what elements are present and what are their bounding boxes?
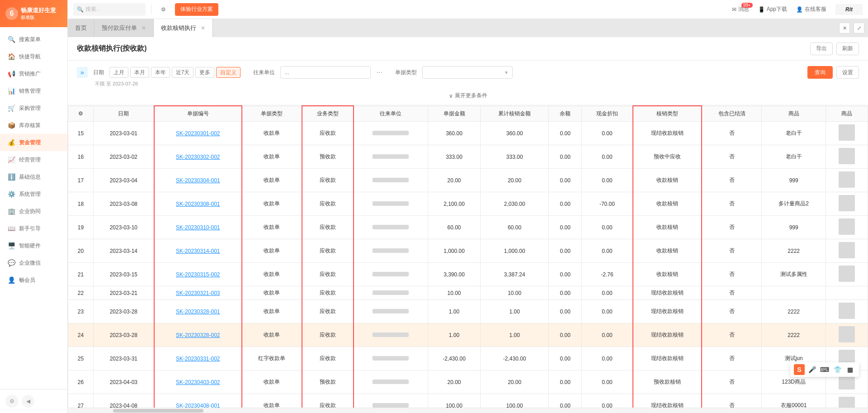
shirt-icon[interactable]: 👕 [832,364,843,375]
bill-no-link[interactable]: SK-20230403-002 [176,379,220,385]
bill-no-link[interactable]: SK-20230408-001 [176,403,220,408]
page-header-actions: 导出 刷新 [810,43,859,55]
cell-bill-no: SK-20230315-002 [154,263,242,286]
refresh-btn[interactable]: 刷新 [836,43,859,55]
message-action[interactable]: ✉ 消息 99+ [732,5,749,13]
sidebar-item-wechat[interactable]: 💬企业微信 [0,254,67,271]
cell-goods2 [826,239,868,263]
col-cash-discount: 现金折扣 [582,106,633,122]
cell-balance: 0.00 [549,370,582,394]
cell-bill-type: 收款单 [242,300,302,323]
col-settings[interactable]: ⚙ [68,106,94,122]
cell-verify-type: 现结收款核销 [633,347,702,370]
cell-bill-type: 收款单 [242,239,302,263]
partner-more-btn[interactable]: ··· [376,68,382,76]
export-btn[interactable]: 导出 [810,43,833,55]
tab-prepay[interactable]: 预付款应付单 ✕ [94,19,154,37]
bill-no-link[interactable]: SK-20230328-002 [176,332,220,338]
win-close-btn[interactable]: ✕ [839,23,850,33]
cell-bill-type: 收款单 [242,216,302,239]
date-btn-7days[interactable]: 近7天 [172,67,194,78]
search-placeholder: 搜索... [85,5,101,13]
partner-input[interactable] [280,66,371,79]
tab-collect-close[interactable]: ✕ [201,25,205,31]
bill-no-link[interactable]: SK-20230328-001 [176,309,220,315]
cell-cash-discount: 0.00 [582,323,633,347]
bill-no-link[interactable]: SK-20230331-002 [176,356,220,362]
sidebar-item-hardware[interactable]: 🖥️智能硬件 [0,237,67,254]
cell-verify-type: 现结收款核销 [633,122,702,145]
sidebar-item-operations[interactable]: 📈经营管理 [0,151,67,168]
app-action[interactable]: 📱 App下载 [758,5,787,13]
top-search-box[interactable]: 🔍 搜索... [73,3,146,16]
cell-cum-amount: 20.00 [481,169,549,192]
cell-partner [354,370,428,394]
collapse-icon[interactable]: ◀ [22,395,34,408]
query-btn[interactable]: 查询 [807,66,833,79]
tab-home-label: 首页 [75,24,87,32]
col-date: 日期 [93,106,154,122]
cell-cash-discount: 0.00 [582,169,633,192]
cell-biz-type: 应收款 [302,122,354,145]
sidebar-item-member[interactable]: 👤畅会员 [0,271,67,289]
sidebar-item-label-wechat: 企业微信 [19,259,41,267]
sidebar-item-finance[interactable]: 💰资金管理 [0,134,67,151]
sidebar-item-sales[interactable]: 📊销售管理 [0,82,67,100]
mic-icon[interactable]: 🎤 [807,364,817,375]
sidebar-item-system[interactable]: ⚙️系统管理 [0,185,67,203]
settings-btn[interactable]: 设置 [836,66,859,79]
date-btn-this-year[interactable]: 本年 [151,67,170,78]
sidebar-item-basic[interactable]: ℹ️基础信息 [0,168,67,185]
main-area: 🔍 搜索... ⚙ 体验行业方案 ✉ 消息 99+ 📱 App下载 👤 在线客服… [68,0,868,413]
keyboard-icon[interactable]: ⌨ [819,364,830,375]
bill-no-link[interactable]: SK-20230302-002 [176,154,220,160]
sidebar-item-marketing[interactable]: 📢营销推广 [0,65,67,82]
bill-type-select[interactable]: ▼ [422,66,513,79]
date-btns: 上月 本月 本年 近7天 更多 自定义 [109,67,241,78]
sidebar-item-guide[interactable]: 📖新手引导 [0,220,67,237]
bill-no-link[interactable]: SK-20230314-001 [176,248,220,254]
sougou-icon[interactable]: S [794,364,805,375]
cell-biz-type: 应收款 [302,323,354,347]
bill-no-link[interactable]: SK-20230321-003 [176,290,220,296]
industry-btn[interactable]: 体验行业方案 [175,3,218,16]
date-btn-custom[interactable]: 自定义 [216,67,241,78]
tab-prepay-close[interactable]: ✕ [142,25,146,31]
tab-home[interactable]: 首页 [68,19,94,37]
date-btn-more[interactable]: 更多 [195,67,214,78]
date-btn-last-month[interactable]: 上月 [109,67,128,78]
table-row: 27 2023-04-08 SK-20230408-001 收款单 应收款 10… [68,394,868,408]
tab-collect-label: 收款核销执行 [161,24,196,32]
settings-icon[interactable]: ⚙ [5,395,18,408]
service-action[interactable]: 👤 在线客服 [796,5,826,13]
bill-no-link[interactable]: SK-20230301-002 [176,130,220,137]
sidebar-item-corp[interactable]: 🏢企业协同 [0,203,67,220]
win-maximize-btn[interactable]: ⤢ [854,23,864,33]
cell-amount: 2,100.00 [428,192,480,216]
cell-goods1 [762,286,826,300]
partner-label: 往来单位 [253,69,275,76]
gear-icon[interactable]: ⚙ [157,3,170,16]
sidebar-item-purchase[interactable]: 🛒采购管理 [0,100,67,117]
bill-no-link[interactable]: SK-20230310-001 [176,224,220,231]
cell-goods2 [826,300,868,323]
grid-icon[interactable]: ▦ [844,364,855,375]
bill-no-link[interactable]: SK-20230308-001 [176,201,220,207]
expand-toggle[interactable]: » [77,67,88,78]
sidebar-item-inventory[interactable]: 📦库存核算 [0,117,67,134]
filter-area: » 日期 上月 本月 本年 近7天 更多 自定义 往来单位 ··· 单据类型 ▼… [68,61,868,105]
search-icon: 🔍 [7,35,15,43]
sidebar-item-quicknav[interactable]: 🏠快捷导航 [0,48,67,65]
expand-label: 展开更多条件 [455,92,487,100]
sidebar-item-search[interactable]: 🔍搜索菜单 [0,31,67,48]
cell-no: 17 [68,169,94,192]
expand-more-btn[interactable]: ∨ 展开更多条件 [449,92,487,100]
bill-no-link[interactable]: SK-20230315-002 [176,271,220,278]
bill-no-link[interactable]: SK-20230304-001 [176,177,220,184]
cell-no: 20 [68,239,94,263]
date-btn-this-month[interactable]: 本月 [130,67,149,78]
app-label: App下载 [767,5,787,13]
tab-collect[interactable]: 收款核销执行 ✕ [154,19,213,37]
scrollbar-area[interactable] [68,408,868,413]
scrollbar-thumb[interactable] [113,409,203,413]
